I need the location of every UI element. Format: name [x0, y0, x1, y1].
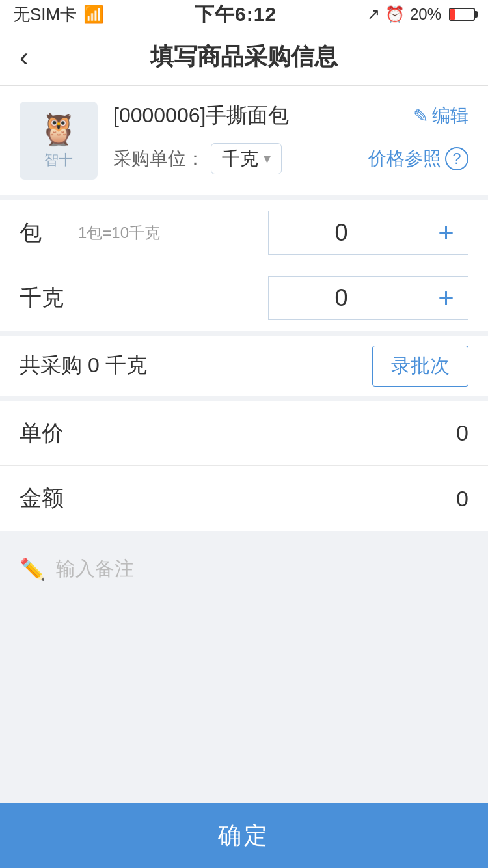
chevron-down-icon: ▾ [264, 150, 271, 167]
unit-select[interactable]: 千克 ▾ [211, 143, 282, 174]
edit-icon: ✎ [413, 105, 428, 127]
unit-value: 千克 [222, 146, 258, 171]
carrier-text: 无SIM卡 [13, 3, 77, 26]
edit-label: 编辑 [432, 103, 468, 128]
bao-row: 包 1包=10千克 + [0, 200, 488, 265]
kg-row: 千克 + [0, 265, 488, 331]
amount-value: 0 [456, 486, 468, 511]
page-title: 填写商品采购信息 [150, 41, 338, 73]
product-unit-row: 采购单位： 千克 ▾ 价格参照 ? [113, 143, 468, 174]
unit-label: 采购单位： [113, 146, 204, 171]
note-section: ✏️ 输入备注 [0, 536, 488, 666]
product-image: 🦉 智十 [20, 102, 98, 180]
product-logo-text: 智十 [44, 150, 73, 170]
bao-sub: 1包=10千克 [78, 223, 268, 243]
input-section: 包 1包=10千克 + 千克 + [0, 200, 488, 336]
battery-percent: 20% [410, 5, 441, 23]
price-section: 单价 0 金额 0 [0, 401, 488, 536]
kg-plus-button[interactable]: + [424, 276, 468, 320]
bao-label: 包 [20, 218, 72, 248]
note-icon: ✏️ [20, 557, 46, 582]
back-button[interactable]: ‹ [20, 44, 29, 71]
product-card: 🦉 智十 [0000006]手撕面包 ✎ 编辑 采购单位： 千克 ▾ 价格参照 … [0, 86, 488, 200]
batch-button[interactable]: 录批次 [372, 346, 468, 387]
product-info: [0000006]手撕面包 ✎ 编辑 采购单位： 千克 ▾ 价格参照 ? [113, 102, 468, 174]
price-ref-label: 价格参照 [368, 146, 441, 171]
unit-select-wrap: 采购单位： 千克 ▾ [113, 143, 282, 174]
bao-input[interactable] [268, 211, 424, 255]
kg-input[interactable] [268, 276, 424, 320]
wifi-icon: 📶 [83, 5, 104, 25]
alarm-icon: ⏰ [385, 5, 405, 23]
kg-label: 千克 [20, 283, 72, 313]
unit-price-value: 0 [456, 420, 468, 446]
unit-price-label: 单价 [20, 418, 64, 448]
product-logo-owl: 🦉 [39, 111, 78, 148]
edit-button[interactable]: ✎ 编辑 [413, 103, 468, 128]
help-icon: ? [445, 147, 468, 170]
price-ref-button[interactable]: 价格参照 ? [368, 146, 468, 171]
battery-icon [449, 8, 475, 21]
summary-text: 共采购 0 千克 [20, 351, 147, 380]
bao-input-wrap: + [268, 211, 468, 255]
amount-label: 金额 [20, 483, 64, 513]
unit-price-row: 单价 0 [0, 401, 488, 466]
nav-bar: ‹ 填写商品采购信息 [0, 29, 488, 86]
location-icon: ↗ [367, 5, 380, 23]
confirm-button[interactable]: 确定 [0, 803, 488, 868]
kg-input-wrap: + [268, 276, 468, 320]
status-left: 无SIM卡 📶 [13, 3, 104, 26]
status-right: ↗ ⏰ 20% [367, 5, 475, 23]
bao-plus-button[interactable]: + [424, 211, 468, 255]
amount-row: 金额 0 [0, 466, 488, 531]
product-name: [0000006]手撕面包 [113, 102, 289, 130]
note-input-wrap: ✏️ 输入备注 [20, 556, 468, 582]
note-placeholder[interactable]: 输入备注 [56, 556, 134, 582]
summary-row: 共采购 0 千克 录批次 [0, 336, 488, 401]
product-top-row: [0000006]手撕面包 ✎ 编辑 [113, 102, 468, 130]
status-bar: 无SIM卡 📶 下午6:12 ↗ ⏰ 20% [0, 0, 488, 29]
status-time: 下午6:12 [195, 1, 277, 28]
confirm-button-label: 确定 [218, 820, 270, 852]
